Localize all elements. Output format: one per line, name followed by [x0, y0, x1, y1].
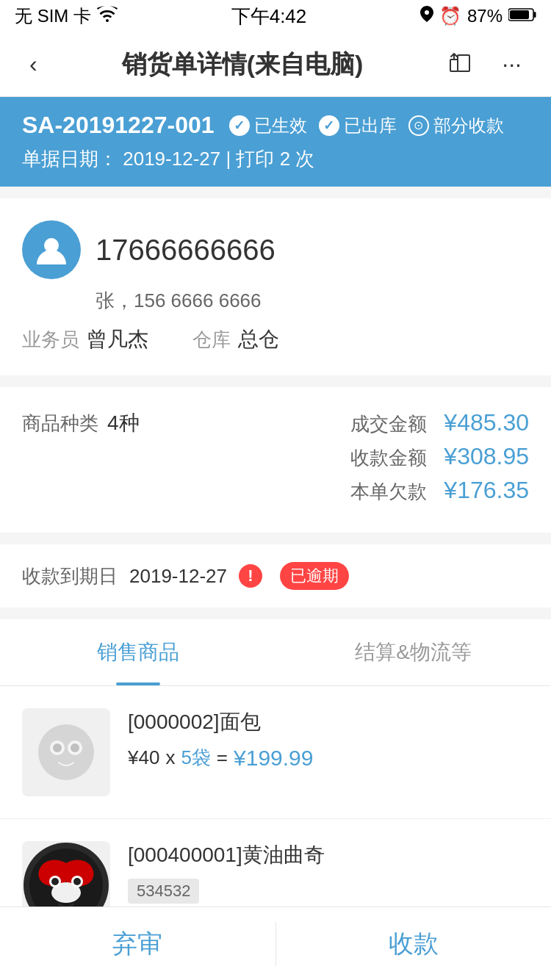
owed-value: ¥176.35 [444, 477, 529, 503]
avatar [22, 220, 81, 279]
product-name-1: [0000002]面包 [128, 708, 529, 736]
type-value: 4种 [107, 409, 140, 437]
received-label: 收款金额 [350, 447, 427, 469]
sales-label: 业务员 [22, 327, 79, 353]
tab-settlement[interactable]: 结算&物流等 [276, 619, 551, 685]
due-date-value: 2019-12-27 [129, 565, 227, 588]
svg-rect-1 [533, 12, 536, 18]
bottom-actions: 弃审 收款 [0, 907, 551, 980]
amount-value: ¥485.30 [444, 409, 529, 436]
customer-meta: 业务员 曾凡杰 仓库 总仓 [22, 325, 529, 353]
overdue-icon: ! [239, 564, 262, 588]
tag-shipped: ✓ 已出库 [319, 114, 397, 137]
price-eq-1: = [217, 746, 228, 769]
due-date-section: 收款到期日 2019-12-27 ! 已逾期 [0, 544, 551, 608]
svg-rect-2 [510, 10, 529, 19]
received-row: 收款金额 ¥308.95 [350, 443, 529, 471]
abandon-button[interactable]: 弃审 [0, 907, 276, 980]
product-type-row: 商品种类 4种 [22, 409, 140, 437]
product-info-1: [0000002]面包 ¥40 x 5袋 = ¥199.99 [128, 708, 529, 771]
tag-partial: ⊙ 部分收款 [408, 114, 504, 137]
customer-contact: 张，156 6666 6666 [22, 288, 529, 314]
order-id-row: SA-20191227-001 ✓ 已生效 ✓ 已出库 ⊙ 部分收款 [22, 112, 529, 139]
customer-section: 17666666666 张，156 6666 6666 业务员 曾凡杰 仓库 总… [0, 198, 551, 375]
tab-sales-products[interactable]: 销售商品 [0, 619, 276, 685]
tag-partial-label: 部分收款 [433, 114, 504, 137]
abandon-label: 弃审 [112, 927, 162, 961]
product-price-base-1: ¥40 [128, 746, 159, 769]
back-button[interactable]: ‹ [22, 43, 45, 85]
svg-point-16 [51, 878, 59, 885]
tabs-section: 销售商品 结算&物流等 [0, 619, 551, 686]
owed-label: 本单欠款 [350, 480, 427, 502]
stats-left: 商品种类 4种 [22, 409, 140, 511]
tabs-row: 销售商品 结算&物流等 [0, 619, 551, 686]
product-thumb-1 [22, 708, 110, 796]
amount-label: 成交金额 [350, 413, 427, 435]
battery-text: 87% [467, 6, 503, 26]
collect-label: 收款 [389, 927, 439, 961]
svg-point-10 [71, 743, 79, 752]
owed-row: 本单欠款 ¥176.35 [350, 477, 529, 505]
product-price-total-1: ¥199.99 [234, 746, 313, 771]
alarm-icon: ⏰ [439, 6, 461, 26]
type-label: 商品种类 [22, 411, 98, 436]
nav-actions: ··· [440, 42, 529, 87]
battery-icon [508, 6, 536, 26]
order-id: SA-20191227-001 [22, 112, 215, 139]
nav-bar: ‹ 销货单详情(来自电脑) ··· [0, 32, 551, 97]
stats-right: 成交金额 ¥485.30 收款金额 ¥308.95 本单欠款 ¥176.35 [350, 409, 529, 511]
status-bar: 无 SIM 卡 下午4:42 ⏰ 87% [0, 0, 551, 32]
page-title: 销货单详情(来自电脑) [122, 48, 364, 82]
sim-status: 无 SIM 卡 [15, 4, 91, 28]
warehouse-value: 总仓 [238, 325, 279, 353]
due-label: 收款到期日 [22, 563, 118, 589]
order-header: SA-20191227-001 ✓ 已生效 ✓ 已出库 ⊙ 部分收款 单据日期：… [0, 97, 551, 187]
svg-point-9 [53, 743, 62, 752]
sales-person: 业务员 曾凡杰 [22, 325, 148, 353]
tab-sales-label: 销售商品 [97, 641, 179, 663]
share-button[interactable] [440, 42, 480, 87]
order-date: 2019-12-27 [123, 148, 220, 170]
customer-row: 17666666666 [22, 220, 529, 279]
product-badge-2: 534532 [128, 879, 199, 904]
overdue-badge: 已逾期 [280, 562, 349, 590]
svg-rect-4 [458, 55, 469, 71]
warehouse-label: 仓库 [192, 327, 231, 353]
sales-value: 曾凡杰 [87, 325, 148, 353]
price-cross-1: x [165, 746, 175, 769]
tag-shipped-label: 已出库 [344, 114, 397, 137]
status-left: 无 SIM 卡 [15, 4, 118, 28]
svg-point-6 [38, 724, 94, 780]
svg-point-17 [73, 878, 81, 885]
received-value: ¥308.95 [444, 443, 529, 469]
collect-button[interactable]: 收款 [276, 907, 552, 980]
customer-name: 17666666666 [96, 234, 276, 267]
tab-settlement-label: 结算&物流等 [355, 641, 472, 663]
more-button[interactable]: ··· [494, 43, 529, 85]
status-time: 下午4:42 [231, 4, 307, 29]
order-date-row: 单据日期： 2019-12-27 | 打印 2 次 [22, 146, 529, 172]
warehouse: 仓库 总仓 [192, 325, 279, 353]
print-info: | 打印 2 次 [226, 148, 314, 170]
check-icon-effective: ✓ [229, 115, 250, 136]
wifi-icon [97, 6, 118, 26]
tag-effective: ✓ 已生效 [229, 114, 307, 137]
product-item-1: [0000002]面包 ¥40 x 5袋 = ¥199.99 [0, 686, 551, 819]
product-name-2: [000400001]黄油曲奇 [128, 841, 529, 869]
stats-section: 商品种类 4种 成交金额 ¥485.30 收款金额 ¥308.95 本单欠款 ¥… [0, 387, 551, 533]
date-label: 单据日期： [22, 148, 118, 170]
product-price-row-1: ¥40 x 5袋 = ¥199.99 [128, 745, 529, 771]
product-thumb-placeholder-1 [22, 708, 110, 796]
order-tags: ✓ 已生效 ✓ 已出库 ⊙ 部分收款 [229, 114, 504, 137]
location-icon [420, 6, 433, 26]
amount-row: 成交金额 ¥485.30 [350, 409, 529, 437]
tag-effective-label: 已生效 [254, 114, 307, 137]
product-price-qty-1: 5袋 [181, 745, 210, 771]
svg-rect-3 [450, 60, 458, 71]
clock-icon: ⊙ [408, 115, 429, 136]
status-right: ⏰ 87% [420, 6, 536, 26]
check-icon-shipped: ✓ [319, 115, 339, 136]
